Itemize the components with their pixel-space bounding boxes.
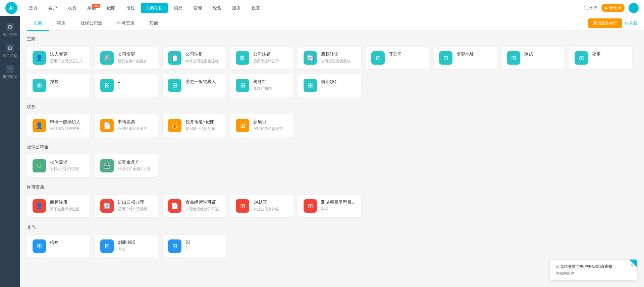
card-icon: 🔄: [100, 199, 114, 213]
card-change-address[interactable]: ⊞ 变更地址: [433, 46, 497, 70]
sidebar: ⊞ 项目管理 ⊡ 项目类型 ≡ 进度监测: [0, 16, 20, 287]
card-change-tax[interactable]: ⊞ 变更一般纳税人: [162, 74, 226, 97]
section-title-industry: 工商: [27, 36, 637, 42]
card-import-export[interactable]: 🔄 进出口权办理 适用于对外贸易经营者: [95, 194, 158, 218]
card-change[interactable]: ⊞ 变更: [569, 46, 633, 70]
card-icon: ⊞: [100, 79, 114, 92]
sidebar-item-project-type[interactable]: ⊡ 项目类型: [0, 41, 20, 62]
nav-manage[interactable]: 管理: [189, 3, 207, 13]
card-desc: 当月或次月成变更完成: [50, 126, 85, 131]
card-icon: 🛡: [33, 159, 46, 172]
nav-items: 首页 客户 收费 票据 new 记账 报税 工商项目 消息 管理 经营 服务 设…: [24, 3, 584, 13]
nav-settings[interactable]: 设置: [247, 3, 265, 13]
card-lala[interactable]: ⊞ 拉拉: [27, 74, 91, 97]
notification-desc: 尊敬的用户：: [556, 271, 632, 276]
nav-business[interactable]: 经营: [208, 3, 226, 13]
card-icon: ⊞: [304, 199, 317, 213]
card-icon: ⊞: [33, 79, 46, 92]
card-desc: 适用于对外贸易经营者: [118, 207, 153, 212]
card-desc: 报税加税控盘保管: [253, 126, 288, 131]
nav-bill[interactable]: 票据 new: [83, 3, 101, 13]
card-new-project[interactable]: ⊞ 新项目 报税加税控盘保管: [230, 114, 294, 137]
card-desc: 拿到营业执照的新公司: [185, 126, 220, 131]
card-liupeng-test[interactable]: ⊞ 刘鹏测试 测试: [95, 234, 158, 258]
card-icon: ⊞: [371, 51, 385, 65]
nav-home[interactable]: 首页: [24, 3, 42, 13]
card-icon: ⊞: [575, 51, 588, 65]
card-fund-open[interactable]: 🏦 公积金开户 办理公积金相关业务: [95, 154, 158, 177]
card-open-company[interactable]: ⊞ 开公司: [366, 46, 429, 70]
card-3a-cert[interactable]: ⊞ 3A认证 对企业信誉评级: [230, 194, 294, 218]
card-icon: ⊞: [236, 199, 249, 213]
tax-cards-grid: 👤 申请一般纳税人 当月或次月成变更完成 📄 申请发票 办理申请发票业务 💰 税…: [27, 114, 637, 137]
sidebar-item-project-mgmt[interactable]: ⊞ 项目管理: [0, 19, 20, 41]
vip-icon: ▶: [605, 6, 608, 10]
new-badge: new: [92, 4, 100, 8]
card-title: 测试项目类型目定义: [321, 199, 356, 205]
card-icon-legal-change: 👤: [33, 51, 46, 65]
add-type-button[interactable]: 新增业务类型: [588, 18, 622, 28]
nav-customer[interactable]: 客户: [44, 3, 62, 13]
card-title: 变更地址: [457, 51, 491, 57]
user-avatar[interactable]: [629, 3, 639, 13]
card-icon: ⊞: [168, 239, 181, 253]
card-test-type[interactable]: ⊞ 测试项目类型目定义 测试: [298, 194, 362, 218]
nav-fee[interactable]: 收费: [63, 3, 81, 13]
section-title-tax: 税务: [27, 104, 637, 110]
card-title: 刘鹏测试: [118, 239, 153, 245]
fullscreen-button[interactable]: ⛶ 全屏: [584, 5, 597, 11]
refresh-icon: ↻: [625, 21, 628, 26]
card-company-change[interactable]: 🏢 公司变更 股权变更外的业务变更: [95, 46, 158, 70]
nav-service[interactable]: 服务: [227, 3, 246, 13]
card-info-legal-change: 法人变更 适用于公司变更法人: [50, 51, 85, 64]
tab-license[interactable]: 许可资质: [110, 16, 141, 31]
card-one[interactable]: ⊞ 1 1: [95, 74, 158, 97]
tab-tax[interactable]: 税务: [50, 16, 72, 31]
card-apply-invoice[interactable]: 📄 申请发票 办理申请发票业务: [95, 114, 158, 137]
card-desc: 测试: [321, 207, 356, 212]
tab-industry[interactable]: 工商: [27, 16, 49, 31]
card-legal-change[interactable]: 👤 法人变更 适用于公司变更法人: [27, 46, 91, 70]
card-desc: 葛红红测试: [253, 86, 288, 91]
tab-other[interactable]: 其他: [143, 16, 165, 31]
notification-popup: × 河北税务数字账户升级影响通知 尊敬的用户：: [550, 260, 637, 280]
card-title: 测试: [524, 51, 559, 57]
nav-accounting[interactable]: 记账: [102, 3, 120, 13]
other-cards-grid: ⊞ 哈哈 ⊞ 刘鹏测试 测试 ⊞ 21 1: [27, 234, 637, 258]
card-title: 商标注册: [50, 199, 85, 205]
tab-bar: 工商 税务 社保公积金 许可资质 其他 新增业务类型 ↻ 刷新: [20, 16, 644, 31]
card-social-register[interactable]: 🛡 社保登记 进行人员社保登记: [27, 154, 91, 177]
card-title: 1: [118, 79, 153, 84]
card-icon: ⊞: [100, 239, 114, 253]
refresh-button[interactable]: ↻ 刷新: [625, 20, 637, 26]
card-twentyone[interactable]: ⊞ 21 1: [162, 234, 226, 258]
card-tax-report[interactable]: 💰 税务报道+记账 拿到营业执照的新公司: [162, 114, 226, 137]
nav-industry[interactable]: 工商项目: [141, 3, 168, 13]
card-food-license[interactable]: 📄 食品经营许可证 办理食品经营许可证: [162, 194, 226, 218]
card-icon: 💰: [168, 119, 181, 132]
card-test[interactable]: ⊞ 测试: [501, 46, 565, 70]
card-icon: ⊞: [33, 239, 46, 253]
card-trademark[interactable]: 👤 商标注册 用于企业商标注册服务: [27, 194, 91, 218]
sidebar-item-progress[interactable]: ≡ 进度监测: [0, 62, 20, 83]
card-equity-transfer[interactable]: 🔄 股权转让 公司变更需要股权转让: [298, 46, 362, 70]
vip-button[interactable]: ▶ 畅会员: [601, 4, 625, 12]
card-desc: 公司变更需要股权转让: [321, 59, 356, 64]
main-content: 工商 税务 社保公积金 许可资质 其他 新增业务类型 ↻ 刷新 工商 👤 法人变…: [20, 16, 644, 287]
card-mohonghong[interactable]: ⊞ 葛红红 葛红红测试: [230, 74, 294, 97]
card-title: 公积金开户: [118, 159, 153, 165]
card-qianqi-qq[interactable]: ⊞ 前期QQ: [298, 74, 362, 97]
app-logo: Ai: [5, 2, 17, 14]
section-title-other: 其他: [27, 224, 637, 230]
card-title: 食品经营许可证: [185, 199, 220, 205]
nav-tax[interactable]: 报税: [121, 3, 140, 13]
card-apply-tax[interactable]: 👤 申请一般纳税人 当月或次月成变更完成: [27, 114, 91, 137]
nav-message[interactable]: 消息: [169, 3, 187, 13]
tab-social-fund[interactable]: 社保公积金: [74, 16, 109, 31]
card-company-cancel[interactable]: 🗑 公司注销 适用于注销公司: [230, 46, 294, 70]
card-company-register[interactable]: 📋 公司注册 申请公司注册全流程: [162, 46, 226, 70]
card-haha[interactable]: ⊞ 哈哈: [27, 234, 91, 258]
notification-close-button[interactable]: ×: [631, 263, 634, 268]
card-title: 进出口权办理: [118, 199, 153, 205]
card-desc: 办理公积金相关业务: [118, 166, 153, 171]
